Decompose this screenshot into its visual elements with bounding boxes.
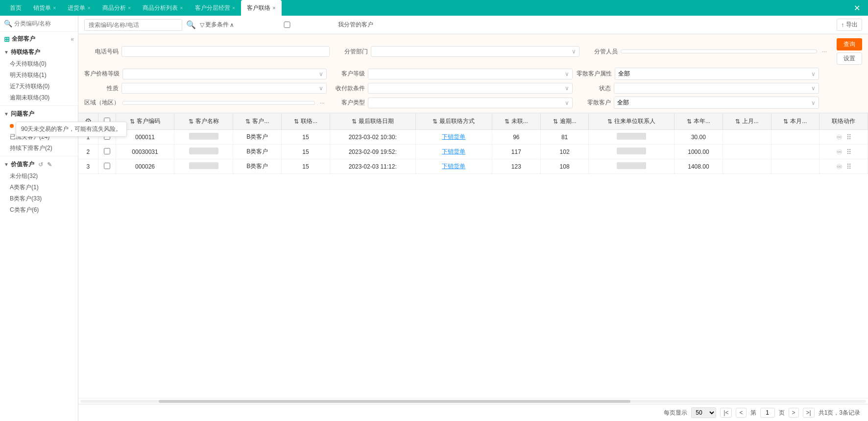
edit-icon[interactable]: ✎ — [47, 161, 52, 168]
sidebar-item-class-b[interactable]: B类客户(33) — [0, 193, 78, 204]
zero-retail-chevron-icon: ∨ — [811, 99, 816, 106]
zero-retail-select[interactable]: 全部 ∨ — [614, 97, 819, 109]
horizontal-scrollbar[interactable] — [78, 398, 868, 404]
page-input[interactable] — [760, 408, 775, 418]
more-icon-2[interactable]: ⠿ — [846, 148, 851, 156]
filter-row-4: 区域（地区） ··· 客户类型 ∨ 零散客户 全部 — [84, 97, 862, 109]
close-customer-contact-icon[interactable]: × — [272, 0, 275, 16]
status-select[interactable]: ∨ — [614, 83, 819, 94]
price-level-select[interactable]: ∨ — [122, 69, 327, 79]
more-icon-1[interactable]: ⠿ — [846, 133, 851, 141]
table-row: 1 000011 B类客户 15 2023-03-02 10:30: 下销货单 … — [78, 130, 868, 145]
filter-gender: 性质 ∨ — [84, 83, 327, 94]
group-problem-customers[interactable]: ▼ 问题客户 — [0, 108, 78, 120]
th-no-contact: ⇅ 未联... — [492, 113, 541, 130]
contact-icon-2[interactable]: ♾ — [836, 148, 843, 156]
close-product-analysis-list-icon[interactable]: × — [180, 0, 183, 16]
sidebar-item-class-a[interactable]: A类客户(1) — [0, 182, 78, 193]
sidebar-item-tomorrow-contact[interactable]: 明天待联络(1) — [0, 70, 78, 81]
region-select[interactable] — [122, 101, 315, 105]
zero-retail-attr-select[interactable]: 全部 ∨ — [615, 68, 819, 80]
td-action-2: ♾ ⠿ — [820, 145, 868, 159]
sidebar-collapse-icon[interactable]: « — [71, 36, 74, 43]
sidebar-item-class-c[interactable]: C类客户(6) — [0, 204, 78, 216]
td-name-2 — [174, 145, 233, 159]
chevron-up-icon: ∧ — [230, 22, 234, 28]
row-checkbox-3[interactable] — [104, 163, 110, 169]
my-customers-checkbox[interactable] — [238, 22, 336, 28]
tab-product-analysis-list[interactable]: 商品分析列表 × — [137, 0, 189, 16]
page-label: 第 — [750, 409, 756, 417]
export-button[interactable]: ↑ 导出 — [837, 19, 862, 31]
tab-customer-contact[interactable]: 客户联络 × — [241, 0, 281, 16]
contact-icon-1[interactable]: ♾ — [836, 133, 843, 141]
customer-type-select[interactable]: ∨ — [368, 98, 573, 108]
phone-input[interactable] — [121, 46, 330, 57]
search-icon[interactable]: 🔍 — [186, 20, 196, 29]
method-link-1[interactable]: 下销货单 — [442, 133, 465, 140]
group-arrow-3-icon: ▼ — [4, 162, 9, 167]
close-app-icon[interactable]: ✕ — [850, 3, 864, 13]
contact-icon-3[interactable]: ♾ — [836, 163, 843, 171]
first-page-btn[interactable]: |< — [720, 408, 732, 418]
all-customers-header[interactable]: ⊞ 全部客户 « — [0, 32, 78, 46]
prev-page-btn[interactable]: < — [736, 408, 746, 418]
tab-sales-order[interactable]: 销货单 × — [27, 0, 62, 16]
scrollbar-thumb[interactable] — [159, 400, 630, 403]
per-page-select[interactable]: 50 100 — [691, 407, 716, 418]
settings-button[interactable]: 设置 — [837, 52, 862, 65]
sidebar-search-input[interactable] — [14, 20, 78, 27]
td-year-2: 1000.00 — [675, 145, 723, 159]
region-more-icon[interactable]: ··· — [318, 99, 327, 106]
td-type-1: B类客户 — [233, 130, 282, 145]
tab-customer-tier[interactable]: 客户分层经营 × — [189, 0, 241, 16]
row-checkbox-2[interactable] — [104, 148, 110, 154]
method-link-2[interactable]: 下销货单 — [442, 148, 465, 155]
close-customer-tier-icon[interactable]: × — [232, 0, 235, 16]
th-nocontact-sort-icon: ⇅ — [505, 118, 509, 125]
td-nocontact-2: 117 — [492, 145, 541, 159]
close-product-analysis-icon[interactable]: × — [128, 0, 131, 16]
group-value-customers[interactable]: ▼ 价值客户 ↺ ✎ — [0, 158, 78, 171]
sidebar-item-ungrouped[interactable]: 未分组(32) — [0, 171, 78, 182]
filter-btn[interactable]: ▽ 更多条件 ∧ — [200, 21, 234, 29]
sidebar-item-today-contact[interactable]: 今天待联络(0) — [0, 58, 78, 70]
refresh-icon[interactable]: ↺ — [38, 161, 43, 168]
gender-select[interactable]: ∨ — [121, 83, 327, 94]
toolbar: 🔍 ▽ 更多条件 ∧ 我分管的客户 ↑ 导出 — [78, 16, 868, 34]
search-input[interactable] — [84, 19, 182, 31]
customer-type-chevron-icon: ∨ — [565, 99, 569, 106]
payment-select[interactable]: ∨ — [368, 83, 573, 94]
customer-level-label: 客户等级 — [331, 70, 365, 78]
sidebar-item-7days-contact[interactable]: 近7天待联络(0) — [0, 81, 78, 92]
group-pending-contact[interactable]: ▼ 待联络客户 — [0, 46, 78, 58]
td-date-2: 2023-02-09 19:52: — [330, 145, 415, 159]
gender-label: 性质 — [84, 84, 119, 93]
td-date-3: 2023-02-03 11:12: — [330, 159, 415, 174]
sidebar-item-declining[interactable]: 持续下滑客户(2) — [0, 143, 78, 154]
my-customers-filter[interactable]: 我分管的客户 — [238, 21, 373, 29]
td-index-2: 2 — [78, 145, 98, 159]
customer-table: ⚙ ⇅ 客户编码 ⇅ — [78, 113, 868, 174]
tab-purchase-order[interactable]: 进货单 × — [62, 0, 96, 16]
next-page-btn[interactable]: > — [789, 408, 799, 418]
person-select[interactable] — [621, 50, 817, 53]
close-purchase-order-icon[interactable]: × — [87, 0, 90, 16]
tab-home[interactable]: 首页 — [4, 0, 27, 16]
query-button[interactable]: 查询 — [837, 38, 862, 50]
sidebar-item-overdue-contact[interactable]: 逾期未联络(30) — [0, 92, 78, 103]
person-more-icon[interactable]: ··· — [820, 48, 829, 55]
last-page-btn[interactable]: >| — [803, 408, 815, 418]
tab-product-analysis[interactable]: 商品分析 × — [96, 0, 137, 16]
filter-price-level: 客户价格等级 ∨ — [84, 69, 327, 79]
method-link-3[interactable]: 下销货单 — [442, 163, 465, 170]
price-level-chevron-icon: ∨ — [319, 71, 323, 77]
customer-level-chevron-icon: ∨ — [565, 71, 569, 77]
close-sales-order-icon[interactable]: × — [53, 0, 56, 16]
more-icon-3[interactable]: ⠿ — [846, 163, 851, 171]
dept-select[interactable]: ∨ — [371, 46, 579, 57]
dept-label: 分管部门 — [334, 48, 368, 56]
customer-level-select[interactable]: ∨ — [368, 69, 573, 79]
filter-icon: ▽ — [200, 22, 204, 28]
td-check-2 — [98, 145, 116, 159]
